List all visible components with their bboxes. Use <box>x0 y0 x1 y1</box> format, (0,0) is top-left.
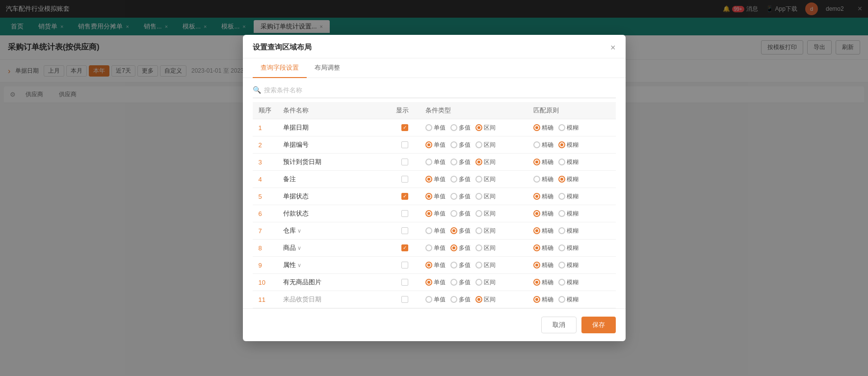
match-fuzzy-option[interactable]: 模糊 <box>558 141 579 149</box>
display-checkbox-wrap[interactable] <box>396 141 414 148</box>
display-checkbox[interactable] <box>401 296 408 303</box>
type-single-option[interactable]: 单值 <box>425 278 446 287</box>
type-multi-radio[interactable] <box>450 176 457 183</box>
match-fuzzy-option[interactable]: 模糊 <box>558 244 579 252</box>
type-range-option[interactable]: 区间 <box>475 244 496 252</box>
type-single-radio[interactable] <box>425 279 432 286</box>
type-multi-radio[interactable] <box>450 210 457 217</box>
match-exact-option[interactable]: 精确 <box>533 278 553 287</box>
type-multi-option[interactable]: 多值 <box>450 244 471 252</box>
type-single-radio[interactable] <box>425 141 432 148</box>
match-fuzzy-option[interactable]: 模糊 <box>558 175 579 184</box>
type-single-option[interactable]: 单值 <box>425 227 446 235</box>
display-checkbox-wrap[interactable] <box>396 296 414 303</box>
display-checkbox-wrap[interactable] <box>396 244 414 251</box>
match-fuzzy-option[interactable]: 模糊 <box>558 124 579 132</box>
match-fuzzy-option[interactable]: 模糊 <box>558 295 579 304</box>
match-fuzzy-radio[interactable] <box>558 279 565 286</box>
type-multi-option[interactable]: 多值 <box>450 158 471 166</box>
match-exact-radio[interactable] <box>533 141 540 148</box>
type-multi-radio[interactable] <box>450 262 457 269</box>
display-checkbox-wrap[interactable] <box>396 176 414 183</box>
save-button[interactable]: 保存 <box>581 317 616 333</box>
type-range-radio[interactable] <box>475 279 482 286</box>
type-multi-radio[interactable] <box>450 244 457 251</box>
cell-display[interactable] <box>390 171 420 188</box>
match-exact-option[interactable]: 精确 <box>533 261 553 269</box>
match-exact-option[interactable]: 精确 <box>533 192 553 201</box>
match-fuzzy-option[interactable]: 模糊 <box>558 261 579 269</box>
type-single-radio[interactable] <box>425 227 432 234</box>
type-single-radio[interactable] <box>425 159 432 165</box>
match-exact-radio[interactable] <box>533 296 540 303</box>
match-exact-option[interactable]: 精确 <box>533 210 553 218</box>
cell-display[interactable] <box>390 119 420 136</box>
type-range-option[interactable]: 区间 <box>475 295 496 304</box>
display-checkbox[interactable] <box>401 244 408 251</box>
match-fuzzy-option[interactable]: 模糊 <box>558 227 579 235</box>
tab-field-settings[interactable]: 查询字段设置 <box>253 58 307 78</box>
match-exact-radio[interactable] <box>533 210 540 217</box>
type-range-option[interactable]: 区间 <box>475 278 496 287</box>
match-exact-option[interactable]: 精确 <box>533 175 553 184</box>
display-checkbox[interactable] <box>401 193 408 200</box>
type-multi-option[interactable]: 多值 <box>450 175 471 184</box>
type-range-radio[interactable] <box>475 141 482 148</box>
type-range-radio[interactable] <box>475 124 482 131</box>
match-fuzzy-radio[interactable] <box>558 262 565 269</box>
match-fuzzy-radio[interactable] <box>558 141 565 148</box>
type-single-radio[interactable] <box>425 296 432 303</box>
match-exact-radio[interactable] <box>533 193 540 200</box>
match-exact-radio[interactable] <box>533 279 540 286</box>
cell-display[interactable] <box>390 240 420 257</box>
display-checkbox[interactable] <box>401 210 408 217</box>
type-single-option[interactable]: 单值 <box>425 244 446 252</box>
match-exact-radio[interactable] <box>533 262 540 269</box>
type-range-option[interactable]: 区间 <box>475 141 496 149</box>
cell-display[interactable] <box>390 154 420 171</box>
match-fuzzy-radio[interactable] <box>558 244 565 251</box>
display-checkbox-wrap[interactable] <box>396 193 414 200</box>
match-fuzzy-option[interactable]: 模糊 <box>558 278 579 287</box>
type-range-option[interactable]: 区间 <box>475 210 496 218</box>
type-multi-option[interactable]: 多值 <box>450 261 471 269</box>
match-fuzzy-radio[interactable] <box>558 296 565 303</box>
type-multi-option[interactable]: 多值 <box>450 278 471 287</box>
cell-display[interactable] <box>390 274 420 291</box>
cell-display[interactable] <box>390 257 420 274</box>
display-checkbox[interactable] <box>401 141 408 148</box>
match-exact-option[interactable]: 精确 <box>533 124 553 132</box>
display-checkbox-wrap[interactable] <box>396 279 414 286</box>
match-exact-option[interactable]: 精确 <box>533 295 553 304</box>
match-exact-radio[interactable] <box>533 124 540 131</box>
tab-layout-adjust[interactable]: 布局调整 <box>307 58 348 78</box>
display-checkbox[interactable] <box>401 176 408 183</box>
type-single-option[interactable]: 单值 <box>425 261 446 269</box>
type-range-option[interactable]: 区间 <box>475 124 496 132</box>
type-multi-radio[interactable] <box>450 279 457 286</box>
type-single-radio[interactable] <box>425 244 432 251</box>
display-checkbox-wrap[interactable] <box>396 227 414 234</box>
type-single-option[interactable]: 单值 <box>425 210 446 218</box>
type-single-option[interactable]: 单值 <box>425 158 446 166</box>
type-single-option[interactable]: 单值 <box>425 175 446 184</box>
type-single-radio[interactable] <box>425 210 432 217</box>
match-exact-option[interactable]: 精确 <box>533 244 553 252</box>
type-multi-radio[interactable] <box>450 141 457 148</box>
type-range-radio[interactable] <box>475 244 482 251</box>
type-single-option[interactable]: 单值 <box>425 295 446 304</box>
display-checkbox[interactable] <box>401 227 408 234</box>
type-multi-option[interactable]: 多值 <box>450 210 471 218</box>
type-multi-radio[interactable] <box>450 296 457 303</box>
type-single-radio[interactable] <box>425 262 432 269</box>
type-range-radio[interactable] <box>475 193 482 200</box>
type-multi-radio[interactable] <box>450 227 457 234</box>
match-fuzzy-radio[interactable] <box>558 176 565 183</box>
type-multi-option[interactable]: 多值 <box>450 141 471 149</box>
display-checkbox[interactable] <box>401 279 408 286</box>
match-fuzzy-option[interactable]: 模糊 <box>558 158 579 166</box>
type-single-option[interactable]: 单值 <box>425 124 446 132</box>
match-exact-option[interactable]: 精确 <box>533 141 553 149</box>
display-checkbox-wrap[interactable] <box>396 124 414 131</box>
type-single-radio[interactable] <box>425 124 432 131</box>
